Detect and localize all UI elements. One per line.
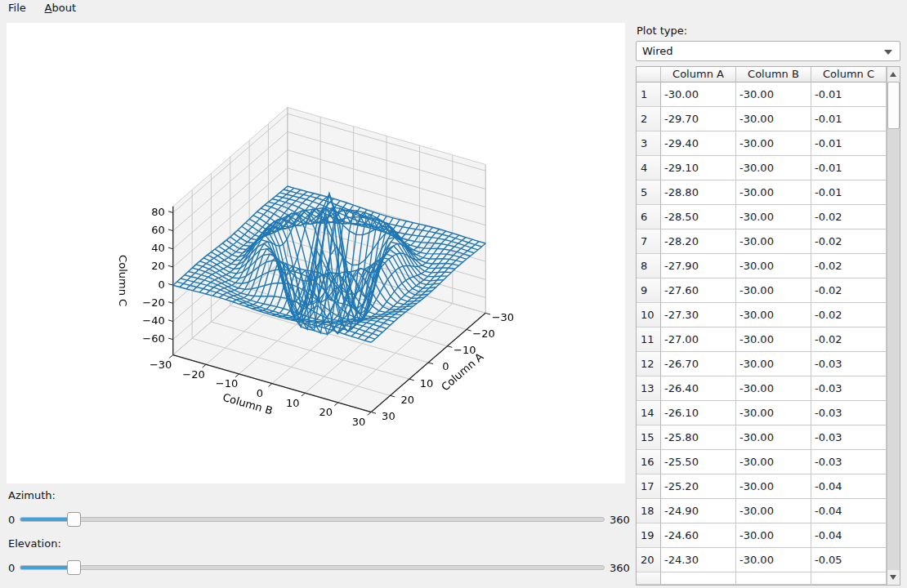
table-cell[interactable]: -28.50 [661, 205, 736, 229]
table-cell[interactable]: -24.30 [661, 548, 736, 572]
table-cell[interactable]: -30.00 [736, 352, 811, 376]
table-cell[interactable]: -30.00 [736, 278, 811, 303]
table-cell[interactable]: -30.00 [736, 523, 811, 548]
table-cell[interactable]: -30.00 [736, 327, 811, 352]
table-cell[interactable] [661, 572, 736, 585]
table-cell[interactable]: -0.03 [811, 450, 887, 474]
table-cell[interactable]: -30.00 [736, 401, 811, 425]
table-cell[interactable]: -0.02 [811, 205, 887, 229]
table-cell[interactable]: -0.02 [811, 254, 887, 278]
table-cell[interactable]: -29.70 [661, 107, 736, 131]
table-cell[interactable]: -0.03 [811, 376, 887, 401]
table-cell[interactable]: -30.00 [736, 131, 811, 156]
table-cell[interactable]: -0.01 [811, 82, 887, 107]
row-header[interactable]: 11 [637, 327, 661, 352]
table-cell[interactable]: -30.00 [661, 82, 736, 107]
table-cell[interactable]: -0.03 [811, 352, 887, 376]
table-cell[interactable]: -30.00 [736, 254, 811, 278]
row-header[interactable]: 9 [637, 278, 661, 303]
row-header[interactable]: 20 [637, 548, 661, 572]
row-header[interactable]: 5 [637, 180, 661, 205]
table-cell[interactable]: -27.90 [661, 254, 736, 278]
table-cell[interactable]: -30.00 [736, 156, 811, 180]
row-header[interactable]: 19 [637, 523, 661, 548]
row-header[interactable]: 16 [637, 450, 661, 474]
table-cell[interactable]: -0.02 [811, 278, 887, 303]
table-cell[interactable]: -25.20 [661, 474, 736, 499]
row-header[interactable] [637, 572, 661, 585]
table-cell[interactable]: -27.30 [661, 303, 736, 327]
table-cell[interactable]: -26.10 [661, 401, 736, 425]
table-cell[interactable]: -0.04 [811, 523, 887, 548]
menu-item-about[interactable]: About [45, 2, 76, 14]
table-cell[interactable]: -25.80 [661, 425, 736, 450]
row-header[interactable]: 17 [637, 474, 661, 499]
table-cell[interactable]: -25.50 [661, 450, 736, 474]
table-cell[interactable]: -0.04 [811, 499, 887, 523]
azimuth-slider-handle[interactable] [67, 512, 81, 527]
table-cell[interactable]: -30.00 [736, 499, 811, 523]
table-cell[interactable]: -27.00 [661, 327, 736, 352]
table-cell[interactable]: -30.00 [736, 303, 811, 327]
table-cell[interactable] [736, 572, 811, 585]
table-cell[interactable]: -0.05 [811, 548, 887, 572]
table-cell[interactable]: -30.00 [736, 229, 811, 254]
vertical-scrollbar[interactable] [887, 67, 900, 585]
elevation-slider-handle[interactable] [67, 560, 81, 575]
table-cell[interactable]: -29.40 [661, 131, 736, 156]
scrollbar-thumb[interactable] [887, 82, 900, 129]
row-header[interactable]: 12 [637, 352, 661, 376]
table-cell[interactable] [811, 572, 887, 585]
table-cell[interactable]: -0.01 [811, 156, 887, 180]
column-header-column-c[interactable]: Column C [811, 67, 887, 82]
row-header[interactable]: 10 [637, 303, 661, 327]
row-header[interactable]: 2 [637, 107, 661, 131]
table-row: 20-24.30-30.00-0.05 [637, 548, 887, 572]
row-header[interactable]: 1 [637, 82, 661, 107]
table-cell[interactable]: -0.02 [811, 229, 887, 254]
table-cell[interactable]: -0.03 [811, 401, 887, 425]
elevation-slider[interactable] [20, 565, 605, 570]
scroll-down-button[interactable] [887, 570, 900, 585]
table-cell[interactable]: -30.00 [736, 205, 811, 229]
row-header[interactable]: 3 [637, 131, 661, 156]
table-cell[interactable]: -28.20 [661, 229, 736, 254]
column-header-column-b[interactable]: Column B [736, 67, 811, 82]
table-cell[interactable]: -24.60 [661, 523, 736, 548]
table-cell[interactable]: -30.00 [736, 107, 811, 131]
table-cell[interactable]: -30.00 [736, 450, 811, 474]
row-header[interactable]: 6 [637, 205, 661, 229]
table-cell[interactable]: -30.00 [736, 474, 811, 499]
table-corner-header[interactable] [637, 67, 661, 82]
azimuth-slider[interactable] [20, 517, 605, 522]
table-cell[interactable]: -30.00 [736, 425, 811, 450]
table-cell[interactable]: -30.00 [736, 548, 811, 572]
row-header[interactable]: 14 [637, 401, 661, 425]
table-cell[interactable]: -0.04 [811, 474, 887, 499]
table-cell[interactable]: -28.80 [661, 180, 736, 205]
column-header-column-a[interactable]: Column A [661, 67, 736, 82]
table-cell[interactable]: -27.60 [661, 278, 736, 303]
row-header[interactable]: 15 [637, 425, 661, 450]
scroll-up-button[interactable] [887, 67, 900, 82]
row-header[interactable]: 13 [637, 376, 661, 401]
table-cell[interactable]: -30.00 [736, 180, 811, 205]
row-header[interactable]: 7 [637, 229, 661, 254]
table-cell[interactable]: -24.90 [661, 499, 736, 523]
table-cell[interactable]: -0.02 [811, 327, 887, 352]
menu-item-file[interactable]: File [8, 2, 26, 14]
row-header[interactable]: 8 [637, 254, 661, 278]
table-cell[interactable]: -0.01 [811, 180, 887, 205]
table-cell[interactable]: -30.00 [736, 376, 811, 401]
table-cell[interactable]: -26.70 [661, 352, 736, 376]
table-cell[interactable]: -0.01 [811, 131, 887, 156]
row-header[interactable]: 4 [637, 156, 661, 180]
row-header[interactable]: 18 [637, 499, 661, 523]
plot-type-combobox[interactable]: Wired [636, 41, 900, 61]
table-cell[interactable]: -29.10 [661, 156, 736, 180]
table-cell[interactable]: -26.40 [661, 376, 736, 401]
table-cell[interactable]: -0.01 [811, 107, 887, 131]
table-cell[interactable]: -0.03 [811, 425, 887, 450]
table-cell[interactable]: -30.00 [736, 82, 811, 107]
table-cell[interactable]: -0.02 [811, 303, 887, 327]
